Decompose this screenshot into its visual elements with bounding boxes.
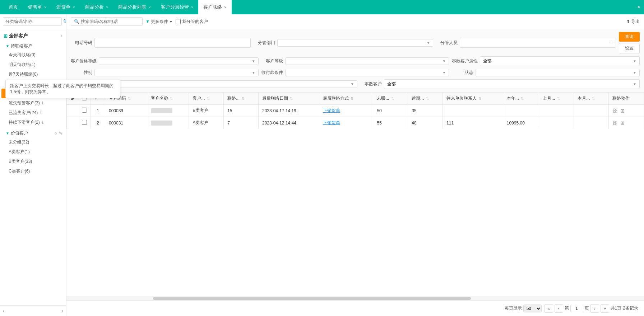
status-select[interactable]: ▼ [476,69,640,76]
per-page-select[interactable]: 50 20 100 [523,305,542,312]
nav-tab-customer-contact[interactable]: 客户联络 × [198,0,231,14]
sidebar-search-area: 🔍 [0,14,66,29]
collapse-icon: › [61,34,62,38]
add-group-icon[interactable]: ○ [54,131,57,136]
sidebar-all-customers[interactable]: ⊞ 全部客户 › [0,30,66,41]
nav-tab-customer-segment[interactable]: 客户分层经营 × [156,0,198,14]
next-page-button[interactable]: › [590,304,599,313]
last-page-button[interactable]: » [601,304,609,313]
nav-tab-purchase[interactable]: 进货单 × [51,0,80,14]
sidebar-item-ungrouped[interactable]: 未分组(32) [0,137,66,147]
sidebar-search-input[interactable] [3,17,62,26]
first-page-button[interactable]: « [545,304,553,313]
sort-overdue-icon: ⇅ [426,96,429,100]
settings-button[interactable]: 设置 [619,43,640,53]
nav-tab-product-analysis[interactable]: 商品分析 × [80,0,113,14]
sort-this-month-icon: ⇅ [592,96,595,100]
retail-attr-select[interactable]: 全部 ▼ [480,56,640,66]
price-level-select[interactable]: ▼ [99,57,259,65]
th-last-contact-way[interactable]: 最后联络方式 ⇅ [319,93,373,105]
sidebar-item-churn-warning[interactable]: 流失预警客户(3) ℹ [0,98,66,108]
th-unit-contacts[interactable]: 往来单位联系人 ⇅ [443,93,503,105]
sidebar-content: ⊞ 全部客户 › ▼ 待联络客户 今天待联络(0) 明天待联络(1) 近7天待联… [0,29,66,305]
row1-checkbox [78,105,91,117]
info-icon-2: ℹ [42,101,43,105]
customer-level-select[interactable]: ▼ [285,57,449,65]
person-input[interactable]: ··· [460,38,616,48]
nav-tab-product-list[interactable]: 商品分析列表 × [113,0,156,14]
th-last-contact-date[interactable]: 最后联络日期 ⇅ [259,93,319,105]
page-number-input[interactable] [570,305,583,312]
status-arrow: ▼ [633,71,636,75]
my-customers-checkbox[interactable]: 我分管的客户 [176,19,208,25]
row2-name-blurred [151,121,172,126]
row2-name [147,117,189,129]
th-overdue[interactable]: 逾期... ⇅ [408,93,443,105]
scroll-thumb[interactable] [153,297,471,300]
row1-num: 1 [91,105,105,117]
close-window-button[interactable]: × [637,4,640,10]
th-name[interactable]: 客户名称 ⇅ [147,93,189,105]
row1-last-way[interactable]: 下销货单 [319,105,373,117]
row1-link-icon[interactable]: ⛓ [612,108,617,114]
close-purchase-tab[interactable]: × [73,5,75,9]
th-this-month[interactable]: 本月... ⇅ [574,93,609,105]
close-sales-tab[interactable]: × [44,5,46,9]
sidebar-item-class-c[interactable]: C类客户(6) [0,166,66,176]
customer-type-select[interactable]: ▼ [102,80,357,88]
nav-tab-home[interactable]: 首页 [4,0,23,14]
payment-select[interactable]: ▼ [285,69,449,76]
sidebar-item-declining[interactable]: 持续下滑客户(2) ℹ [0,118,66,127]
row2-grid-icon[interactable]: ⊞ [620,120,625,126]
gender-select[interactable]: ▼ [94,69,259,76]
row2-this-year: 10995.00 [503,117,539,129]
prev-page-button[interactable]: ‹ [555,304,563,313]
sidebar-item-7days[interactable]: 近7天待联络(0) [0,70,66,79]
sidebar-search-icon[interactable]: 🔍 [63,19,66,24]
th-type[interactable]: 客户... ⇅ [189,93,224,105]
dept-select[interactable]: ▼ [277,39,434,47]
row1-grid-icon[interactable]: ⊞ [620,108,625,114]
sidebar-item-today[interactable]: 今天待联络(0) [0,50,66,60]
filter-actions: 查询 设置 [619,32,640,53]
filter-price-level: 客户价格等级 ▼ [71,57,259,65]
search-input[interactable] [81,19,138,24]
th-unpaid[interactable]: 未联... ⇅ [373,93,408,105]
more-conditions-button[interactable]: ▼ 更多条件 ▼ [145,19,173,25]
phone-input[interactable] [94,38,251,48]
edit-group-icon[interactable]: ✎ [59,131,62,136]
th-this-year[interactable]: 本年... ⇅ [503,93,539,105]
sidebar-item-class-a[interactable]: A类客户(1) [0,147,66,157]
close-product-list-tab[interactable]: × [148,5,150,9]
sidebar-group-value[interactable]: ▼ 价值客户 ○ ✎ [0,128,66,137]
row2-actions: ⛓ ⊞ [609,117,644,129]
row1-check[interactable] [82,108,87,113]
customer-table: ⚙ # 客户编码 ⇅ 客户名称 ⇅ [66,92,644,129]
close-contact-tab[interactable]: × [224,5,226,9]
sidebar-scroll-right[interactable]: › [62,308,63,313]
sidebar-group-waiting[interactable]: ▼ 待联络客户 [0,41,66,50]
sidebar-scroll-left[interactable]: ‹ [3,308,4,313]
close-segment-tab[interactable]: × [191,5,193,9]
export-button[interactable]: ⬆ 导出 [626,19,640,25]
retail-customer-select[interactable]: 全部 ▼ [384,79,640,89]
row2-check[interactable] [82,120,87,125]
sidebar-item-tomorrow[interactable]: 明天待联络(1) [0,60,66,70]
query-button[interactable]: 查询 [619,32,640,42]
page-navigation: « ‹ 第 页 › » 共1页 2条记录 [545,304,638,313]
row2-code: 000031 [105,117,147,129]
th-action: 联络动作 [609,93,644,105]
sidebar-item-class-b[interactable]: B类客户(33) [0,157,66,166]
row1-settings [67,105,78,117]
close-product-analysis-tab[interactable]: × [106,5,108,9]
my-customers-check[interactable] [176,19,181,24]
row2-link-icon[interactable]: ⛓ [612,120,617,126]
row2-last-way[interactable]: 下销货单 [319,117,373,129]
nav-tab-sales[interactable]: 销售单 × [23,0,51,14]
th-contact[interactable]: 联络... ⇅ [224,93,259,105]
info-icon-3: ℹ [40,110,42,115]
th-last-month[interactable]: 上月... ⇅ [539,93,574,105]
sidebar-item-churned[interactable]: 已流失客户(24) ℹ [0,108,66,118]
horizontal-scrollbar[interactable] [66,296,644,300]
row1-contact: 15 [224,105,259,117]
